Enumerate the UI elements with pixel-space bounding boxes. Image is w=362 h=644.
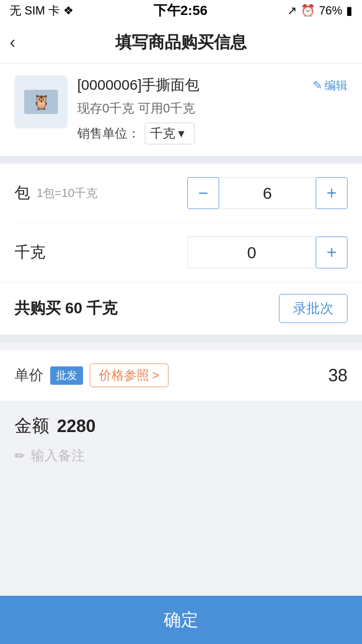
back-button[interactable]: ‹ (10, 32, 15, 53)
amount-value: 2280 (57, 416, 96, 436)
confirm-label: 确定 (164, 608, 198, 632)
amount-section: 金额 2280 ✏ 输入备注 (0, 401, 362, 470)
kg-qty-control: + (187, 237, 348, 268)
price-ref-button[interactable]: 价格参照 > (90, 364, 168, 387)
page-title: 填写商品购买信息 (115, 31, 247, 54)
edit-icon: ✎ (313, 79, 322, 92)
price-ref-label: 价格参照 (99, 367, 149, 384)
unit-label: 销售单位： (77, 125, 140, 142)
divider-1 (0, 156, 362, 164)
owl-icon: 🦉 (32, 94, 50, 111)
battery-level: 76% (319, 4, 342, 17)
product-info: [0000006]手撕面包 ✎ 编辑 现存0千克 可用0千克 销售单位： 千克 … (77, 75, 348, 144)
confirm-button[interactable]: 确定 (0, 596, 362, 644)
edit-label: 编辑 (324, 78, 348, 93)
total-prefix: 共购买 (14, 299, 61, 317)
note-placeholder: 输入备注 (31, 447, 85, 465)
price-left: 单价 批发 价格参照 > (14, 364, 168, 387)
status-time: 下午2:56 (153, 1, 208, 20)
unit-value: 千克 (150, 125, 175, 142)
amount-label: 金额 (14, 414, 49, 438)
kg-label: 千克 (14, 242, 45, 263)
bag-label-group: 包 1包=10千克 (14, 182, 97, 204)
price-value: 38 (328, 365, 348, 386)
dropdown-icon: ▾ (178, 126, 184, 141)
product-name: [0000006]手撕面包 (77, 75, 199, 95)
price-section: 单价 批发 价格参照 > 38 (0, 350, 362, 401)
sim-status: 无 SIM 卡 ❖ (10, 3, 74, 18)
location-icon: ↗ (287, 4, 297, 17)
nav-bar: ‹ 填写商品购买信息 (0, 21, 362, 64)
product-unit-row: 销售单位： 千克 ▾ (77, 123, 348, 144)
kg-qty-input[interactable] (187, 237, 316, 268)
product-thumbnail: 🦉 (14, 75, 68, 128)
product-section: 🦉 [0000006]手撕面包 ✎ 编辑 现存0千克 可用0千克 销售单位： 千… (0, 64, 362, 156)
total-row: 共购买 60 千克 录批次 (0, 282, 362, 335)
bag-qty-control: − + (187, 177, 348, 209)
alarm-icon: ⏰ (301, 4, 315, 17)
product-card: 🦉 [0000006]手撕面包 ✎ 编辑 现存0千克 可用0千克 销售单位： 千… (14, 75, 348, 144)
edit-button[interactable]: ✎ 编辑 (313, 78, 348, 93)
bag-plus-button[interactable]: + (316, 177, 348, 209)
total-label: 共购买 60 千克 (14, 298, 117, 319)
kg-label-group: 千克 (14, 242, 45, 263)
bag-row: 包 1包=10千克 − + (14, 164, 348, 223)
note-icon: ✏ (14, 448, 25, 463)
batch-button[interactable]: 录批次 (279, 294, 348, 323)
amount-row: 金额 2280 (14, 414, 348, 438)
bag-minus-button[interactable]: − (187, 177, 219, 209)
chevron-right-icon: > (152, 368, 159, 383)
price-tag: 批发 (50, 366, 83, 385)
product-stock: 现存0千克 可用0千克 (77, 100, 348, 117)
divider-2 (0, 335, 362, 342)
note-row[interactable]: ✏ 输入备注 (14, 447, 348, 465)
unit-select[interactable]: 千克 ▾ (145, 123, 195, 144)
product-logo: 🦉 (24, 90, 58, 114)
total-amount-val: 60 (65, 299, 83, 317)
bag-qty-input[interactable] (219, 177, 316, 209)
bag-hint: 1包=10千克 (37, 185, 97, 201)
total-unit-val: 千克 (86, 299, 117, 317)
product-title-row: [0000006]手撕面包 ✎ 编辑 (77, 75, 348, 95)
empty-space (0, 470, 362, 615)
status-bar: 无 SIM 卡 ❖ 下午2:56 ↗ ⏰ 76% ▮ (0, 0, 362, 21)
battery-icon: ▮ (346, 4, 352, 17)
bag-label: 包 (14, 182, 30, 204)
status-left: 无 SIM 卡 ❖ (10, 3, 74, 18)
quantity-section: 包 1包=10千克 − + 千克 + (0, 164, 362, 282)
kg-row: 千克 + (14, 223, 348, 282)
status-right: ↗ ⏰ 76% ▮ (287, 4, 352, 17)
kg-plus-button[interactable]: + (316, 237, 348, 268)
price-label: 单价 (14, 365, 43, 385)
